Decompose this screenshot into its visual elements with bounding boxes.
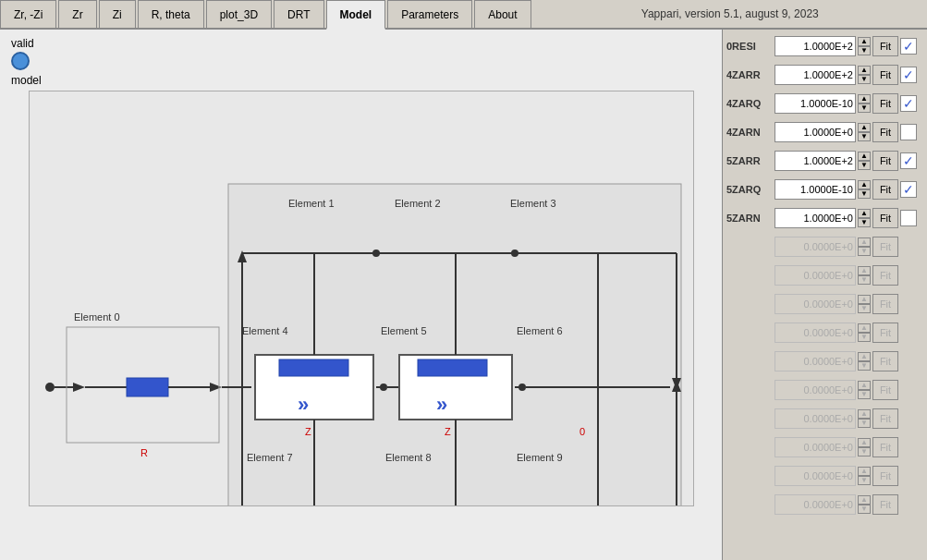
spin-down-5[interactable]: ▼ (858, 189, 871, 199)
elem1-label: Element 1 (288, 198, 335, 209)
param-name-6: 5ZARN (726, 213, 775, 224)
param-row-11: ▲▼Fit (726, 348, 923, 374)
tab-plot3d[interactable]: plot_3D (206, 0, 272, 28)
check-box-0[interactable]: ✓ (900, 38, 917, 55)
tab-model[interactable]: Model (326, 0, 386, 30)
spin-up-5[interactable]: ▲ (858, 180, 871, 189)
elem0-sublabel: R (140, 447, 148, 458)
spin-down-1[interactable]: ▼ (858, 75, 871, 84)
valid-section: valid (7, 37, 714, 70)
valid-label: valid (11, 37, 34, 50)
spin-down-15: ▼ (858, 476, 871, 485)
param-input-1[interactable] (775, 65, 856, 85)
tab-r-theta[interactable]: R, theta (138, 0, 204, 28)
check-box-5[interactable]: ✓ (900, 181, 917, 198)
fit-button-1[interactable]: Fit (872, 65, 898, 85)
spin-down-2[interactable]: ▼ (858, 103, 871, 113)
param-input-6[interactable] (775, 208, 856, 228)
param-input-0[interactable] (775, 36, 856, 56)
param-input-7 (775, 237, 856, 257)
fit-button-15: Fit (872, 466, 898, 486)
spin-up-0[interactable]: ▲ (858, 37, 871, 46)
param-input-15 (775, 466, 856, 486)
tab-zr-zi[interactable]: Zr, -Zi (0, 0, 56, 28)
node-top-1 (372, 250, 380, 257)
spin-up-3[interactable]: ▲ (858, 123, 871, 132)
elem4-label: Element 4 (242, 325, 288, 336)
fit-button-6[interactable]: Fit (872, 208, 898, 228)
param-row-12: ▲▼Fit (726, 377, 923, 403)
fit-button-2[interactable]: Fit (872, 93, 898, 114)
elem3-label: Element 3 (510, 198, 556, 209)
param-input-14 (775, 437, 856, 457)
spin-down-6[interactable]: ▼ (858, 218, 871, 227)
param-name-3: 4ZARN (726, 127, 775, 138)
param-row-6: 5ZARN▲▼Fit (726, 205, 923, 231)
param-row-10: ▲▼Fit (726, 320, 923, 346)
tab-zi[interactable]: Zi (99, 0, 136, 28)
elem9-label: Element 9 (517, 452, 563, 463)
spin-up-2[interactable]: ▲ (858, 94, 871, 103)
warburg-elem5-arrows: » (436, 393, 447, 416)
param-spinner-12: ▲▼ (858, 381, 871, 399)
spin-up-9: ▲ (858, 295, 871, 304)
param-input-10 (775, 323, 856, 343)
fit-button-3[interactable]: Fit (872, 122, 898, 142)
param-input-5[interactable] (775, 179, 856, 200)
fit-button-13: Fit (872, 408, 898, 429)
spin-up-13: ▲ (858, 409, 871, 419)
spin-up-6[interactable]: ▲ (858, 209, 871, 218)
spin-up-4[interactable]: ▲ (858, 152, 871, 161)
check-box-empty-3[interactable] (900, 124, 917, 140)
tab-parameters[interactable]: Parameters (387, 0, 472, 28)
version-label: Yappari, version 5.1, august 9, 2023 (533, 0, 927, 28)
warburg-elem4-resistor (279, 359, 348, 376)
warburg-elem5-resistor (418, 359, 487, 376)
param-rows: 0RESI▲▼Fit✓4ZARR▲▼Fit✓4ZARQ▲▼Fit✓4ZARN▲▼… (726, 33, 923, 517)
tab-zr[interactable]: Zr (58, 0, 96, 28)
arrow-out-elem0 (210, 383, 222, 392)
param-input-12 (775, 380, 856, 400)
spin-down-4[interactable]: ▼ (858, 161, 871, 170)
param-row-0: 0RESI▲▼Fit✓ (726, 33, 923, 59)
elem7-label: Element 7 (247, 452, 293, 463)
left-terminal (45, 383, 55, 392)
param-input-4[interactable] (775, 151, 856, 171)
warburg-elem4-arrows: » (298, 393, 309, 416)
spin-up-10: ▲ (858, 323, 871, 333)
fit-button-0[interactable]: Fit (872, 36, 898, 56)
param-row-16: ▲▼Fit (726, 492, 923, 517)
spin-down-10: ▼ (858, 333, 871, 342)
tab-drt[interactable]: DRT (274, 0, 323, 28)
tab-about[interactable]: About (474, 0, 531, 28)
param-spinner-16: ▲▼ (858, 495, 871, 514)
param-input-2[interactable] (775, 93, 856, 114)
param-row-9: ▲▼Fit (726, 291, 923, 317)
param-row-13: ▲▼Fit (726, 406, 923, 432)
spin-up-16: ▲ (858, 495, 871, 505)
param-spinner-15: ▲▼ (858, 467, 871, 485)
param-input-3[interactable] (775, 122, 856, 142)
param-row-14: ▲▼Fit (726, 434, 923, 460)
spin-up-1[interactable]: ▲ (858, 66, 871, 75)
check-box-4[interactable]: ✓ (900, 152, 917, 169)
param-row-3: 4ZARN▲▼Fit (726, 119, 923, 145)
param-spinner-0: ▲▼ (858, 37, 871, 55)
fit-button-4[interactable]: Fit (872, 151, 898, 171)
check-box-1[interactable]: ✓ (900, 67, 917, 83)
check-box-empty-6[interactable] (900, 210, 917, 226)
param-spinner-4: ▲▼ (858, 152, 871, 170)
check-box-2[interactable]: ✓ (900, 95, 917, 112)
param-input-9 (775, 294, 856, 314)
param-name-4: 5ZARR (726, 155, 775, 166)
param-row-5: 5ZARQ▲▼Fit✓ (726, 177, 923, 202)
fit-button-5[interactable]: Fit (872, 179, 898, 200)
fit-button-11: Fit (872, 351, 898, 371)
spin-up-12: ▲ (858, 381, 871, 390)
spin-down-0[interactable]: ▼ (858, 46, 871, 55)
param-spinner-3: ▲▼ (858, 123, 871, 141)
param-spinner-14: ▲▼ (858, 438, 871, 457)
spin-down-3[interactable]: ▼ (858, 132, 871, 141)
spin-down-16: ▼ (858, 505, 871, 514)
spin-up-15: ▲ (858, 467, 871, 476)
